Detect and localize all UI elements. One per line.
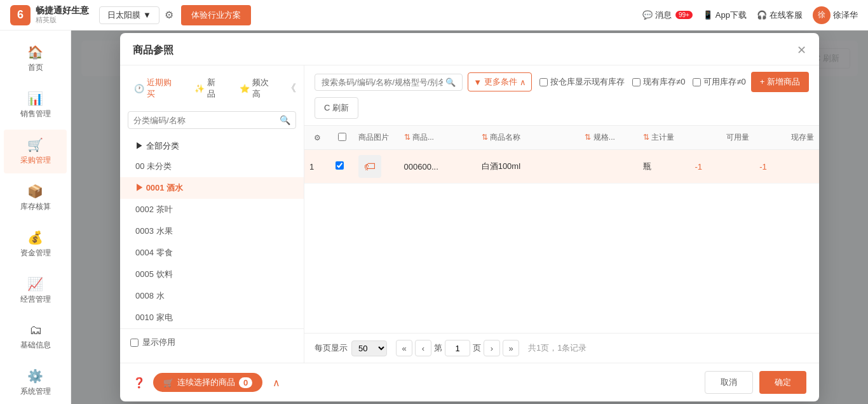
brand-icon: 6: [10, 5, 31, 25]
th-name[interactable]: ⇅ 商品名称: [477, 126, 580, 150]
cancel-button[interactable]: 取消: [705, 371, 753, 394]
filter-icon: ▼: [473, 77, 482, 87]
sales-icon: 📊: [27, 91, 43, 106]
select-all-checkbox[interactable]: [338, 133, 346, 141]
sidebar-item-label: 库存核算: [20, 201, 51, 212]
category-item-0003[interactable]: 0003 水果: [120, 220, 304, 242]
category-search-input[interactable]: [133, 116, 277, 125]
message-nav-item[interactable]: 💬 消息 99+: [642, 10, 693, 21]
sidebar-item-purchase[interactable]: 🛒 采购管理: [4, 130, 67, 173]
search-icon[interactable]: 🔍: [280, 115, 290, 125]
close-icon[interactable]: ✕: [797, 43, 806, 57]
category-code: 00: [135, 161, 147, 171]
sidebar-item-label: 首页: [28, 62, 43, 73]
usable-checkbox[interactable]: [693, 78, 701, 86]
sidebar-item-system[interactable]: ⚙️ 系统管理: [4, 361, 67, 404]
sidebar-item-home[interactable]: 🏠 首页: [4, 37, 67, 81]
search-icon[interactable]: 🔍: [445, 77, 456, 87]
th-spec[interactable]: ⇅ 规格...: [580, 126, 638, 150]
row-unit: 瓶: [638, 150, 689, 184]
pagination-bar: 每页显示 20 50 100 « ‹ 第 页: [304, 333, 819, 363]
usable-nonzero-check[interactable]: 可用库存≠0: [693, 76, 745, 88]
product-search-bar[interactable]: 🔍: [315, 74, 463, 91]
star-icon: ⭐: [240, 84, 250, 93]
category-name: 零食: [156, 248, 173, 257]
th-code[interactable]: ⇅ 商品...: [399, 126, 477, 150]
category-search-box[interactable]: 🔍: [128, 111, 296, 129]
confirm-button[interactable]: 确定: [759, 371, 806, 394]
page-prev-button[interactable]: ‹: [415, 340, 431, 356]
service-item[interactable]: 🎧 在线客服: [757, 10, 803, 21]
category-code: 0010: [135, 313, 156, 322]
category-item-0008[interactable]: 0008 水: [120, 285, 304, 307]
product-search-input[interactable]: [322, 77, 443, 87]
sidebar-item-sales[interactable]: 📊 销售管理: [4, 83, 67, 127]
product-reference-dialog: 商品参照 ✕ 🕐 近期购买 ✨ 新: [120, 33, 819, 401]
inventory-icon: 📦: [27, 184, 43, 199]
row-name: 白酒100ml: [477, 150, 580, 184]
new-icon: ✨: [194, 84, 205, 93]
app-download-item[interactable]: 📱 App下载: [703, 10, 747, 21]
collapse-panel-icon[interactable]: 《: [286, 82, 296, 95]
row-stock: -1: [754, 150, 819, 184]
tab-new-label: 新品: [207, 77, 222, 100]
category-item-0001[interactable]: ▶ 0001 酒水: [120, 177, 304, 199]
page-first-button[interactable]: «: [396, 340, 412, 356]
sidebar-item-ops[interactable]: 📈 经营管理: [4, 269, 67, 313]
chevron-down-icon: ▼: [143, 10, 151, 20]
th-stock[interactable]: 现存量: [754, 126, 819, 150]
category-item-0005[interactable]: 0005 饮料: [120, 264, 304, 285]
all-category[interactable]: ▶ 全部分类: [125, 137, 299, 156]
sidebar-item-inventory[interactable]: 📦 库存核算: [4, 176, 67, 220]
dialog-body: 🕐 近期购买 ✨ 新品 ⭐ 频次高 《: [120, 65, 819, 363]
add-product-button[interactable]: + 新增商品: [751, 72, 809, 92]
warehouse-display-check[interactable]: 按仓库显示现有库存: [539, 76, 625, 88]
th-available[interactable]: 可用量: [689, 126, 754, 150]
sidebar-item-basic[interactable]: 🗂 基础信息: [4, 315, 67, 358]
page-last-button[interactable]: »: [503, 340, 519, 356]
cart-count-badge: 0: [239, 377, 252, 388]
row-select-checkbox[interactable]: [336, 161, 344, 170]
category-name: 酒水: [166, 183, 183, 192]
gear-icon[interactable]: ⚙: [165, 9, 173, 21]
refresh-button[interactable]: C 刷新: [315, 97, 358, 119]
warehouse-checkbox[interactable]: [539, 78, 548, 86]
collapse-cart-icon[interactable]: ∧: [273, 377, 280, 389]
content-area: 查询 设置 C 刷新 商品参照 ✕: [71, 30, 868, 404]
tab-new[interactable]: ✨ 新品: [188, 73, 228, 104]
page-number-input[interactable]: [445, 340, 470, 356]
cart-button[interactable]: 🛒 连续选择的商品 0: [153, 373, 262, 392]
dialog-overlay: 商品参照 ✕ 🕐 近期购买 ✨ 新: [71, 30, 868, 404]
ops-icon: 📈: [27, 276, 43, 292]
category-item-0010[interactable]: 0010 家电: [120, 307, 304, 328]
nav-right-area: 💬 消息 99+ 📱 App下载 🎧 在线客服 徐 徐泽华: [642, 6, 858, 24]
category-item-0002[interactable]: 0002 茶叶: [120, 199, 304, 220]
available-nonzero-check[interactable]: 现有库存≠0: [632, 76, 685, 88]
category-item-0004[interactable]: 0004 零食: [120, 242, 304, 264]
th-unit[interactable]: ⇅ 主计量: [638, 126, 689, 150]
filter-button[interactable]: ▼ 更多条件 ∧: [468, 72, 532, 91]
row-checkbox[interactable]: [330, 150, 354, 184]
user-item[interactable]: 徐 徐泽华: [813, 6, 858, 24]
system-icon: ⚙️: [27, 368, 43, 384]
available-checkbox[interactable]: [632, 78, 641, 86]
sidebar-item-finance[interactable]: 💰 资金管理: [4, 222, 67, 266]
th-checkbox[interactable]: [330, 126, 354, 150]
sort-icon: ⇅: [643, 133, 649, 142]
store-selector[interactable]: 日太阳膜 ▼: [99, 6, 159, 24]
th-settings[interactable]: ⚙: [304, 126, 330, 150]
help-icon[interactable]: ❓: [133, 377, 146, 389]
category-arrow: ▶: [135, 183, 146, 192]
show-disabled-checkbox[interactable]: 显示停用: [130, 337, 175, 348]
table-row[interactable]: 1 🏷 000600... 白酒100ml 瓶: [304, 150, 819, 184]
category-item-00[interactable]: 00 未分类: [120, 156, 304, 177]
category-name: 家电: [156, 313, 173, 322]
show-disabled-input[interactable]: [130, 339, 139, 347]
tab-frequent[interactable]: ⭐ 频次高: [233, 73, 281, 104]
page-next-button[interactable]: ›: [484, 340, 500, 356]
tab-recent[interactable]: 🕐 近期购买: [128, 73, 183, 104]
app-download-label: App下载: [715, 10, 747, 21]
experience-button[interactable]: 体验行业方案: [181, 5, 251, 25]
category-name: 茶叶: [156, 205, 173, 214]
page-size-select[interactable]: 20 50 100: [351, 340, 387, 356]
